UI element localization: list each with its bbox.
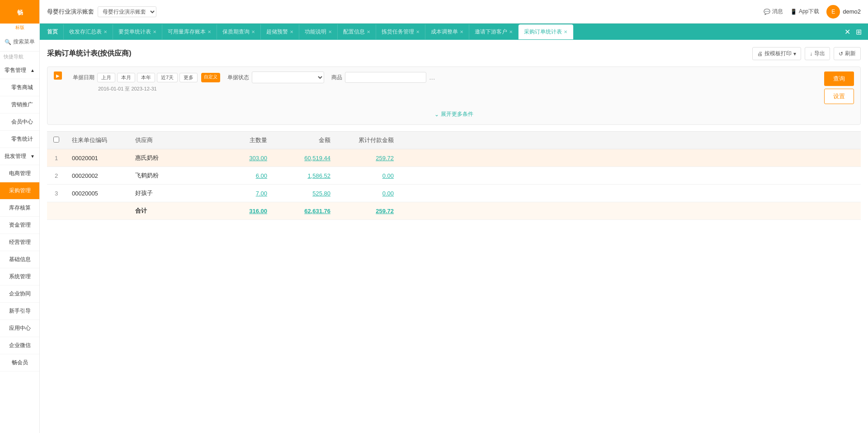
user-profile[interactable]: E demo2 — [826, 5, 861, 19]
tab-requisition-summary-close[interactable]: ✕ — [153, 29, 156, 34]
refresh-button[interactable]: ↺ 刷新 — [834, 47, 861, 60]
tab-pick-task[interactable]: 拣货任务管理 ✕ — [376, 24, 425, 39]
table-row[interactable]: 1 00020001 惠氏奶粉 303.00 60,519.44 259.72 — [47, 149, 861, 167]
sidebar: 畅 标版 🔍 搜索菜单 快捷导航 零售管理 ▲ 零售商城 营销推广 会员中心 零… — [0, 0, 40, 433]
row-3-qty[interactable]: 7.00 — [219, 185, 274, 202]
sidebar-item-retail-stats-label: 零售统计 — [11, 135, 33, 143]
row-1-qty[interactable]: 303.00 — [219, 149, 274, 167]
export-button[interactable]: ↓ 导出 — [805, 47, 830, 60]
workspace-label: 母婴行业演示账套 — [47, 8, 94, 16]
row-1-paid[interactable]: 259.72 — [337, 149, 400, 167]
tab-purchase-summary[interactable]: 采购订单统计表 ✕ — [519, 24, 573, 39]
tab-function-desc[interactable]: 功能说明 ✕ — [299, 24, 338, 39]
tab-purchase-summary-label: 采购订单统计表 — [524, 28, 562, 36]
sidebar-item-retail-stats[interactable]: 零售统计 — [0, 131, 39, 148]
tab-shelf-life[interactable]: 保质期查询 ✕ — [217, 24, 261, 39]
tab-cost-adjust-close[interactable]: ✕ — [460, 29, 463, 34]
sidebar-item-retail-shop[interactable]: 零售商城 — [0, 79, 39, 96]
settings-button[interactable]: 设置 — [824, 89, 854, 104]
footer-label: 合计 — [129, 202, 219, 220]
sidebar-item-guide[interactable]: 新手引导 — [0, 303, 39, 320]
sidebar-item-wechat[interactable]: 企业微信 — [0, 337, 39, 354]
row-3-paid[interactable]: 0.00 — [337, 185, 400, 202]
sidebar-item-collab[interactable]: 企业协同 — [0, 285, 39, 303]
tab-invite-downstream[interactable]: 邀请下游客户 ✕ — [469, 24, 519, 39]
row-2-qty[interactable]: 6.00 — [219, 167, 274, 185]
tab-requisition-summary[interactable]: 要货单统计表 ✕ — [113, 24, 162, 39]
expand-more-button[interactable]: ⌄ 展开更多条件 — [431, 109, 477, 120]
filter-goods-input[interactable] — [345, 72, 426, 83]
sidebar-item-finance[interactable]: 资金管理 — [0, 217, 39, 234]
row-2-amount[interactable]: 1,586.52 — [274, 167, 337, 185]
search-menu-button[interactable]: 🔍 搜索菜单 — [3, 36, 37, 48]
date-btn-this-month[interactable]: 本月 — [117, 73, 135, 82]
tab-home-label: 首页 — [47, 28, 58, 36]
sidebar-item-operations-label: 经营管理 — [9, 238, 31, 246]
sidebar-item-marketing[interactable]: 营销推广 — [0, 96, 39, 114]
row-3-amount[interactable]: 525.80 — [274, 185, 337, 202]
tab-overstock-warning[interactable]: 超储预警 ✕ — [261, 24, 299, 39]
tab-config-info[interactable]: 配置信息 ✕ — [338, 24, 376, 39]
sidebar-item-inventory[interactable]: 库存核算 — [0, 200, 39, 217]
app-download-label: App下载 — [799, 8, 819, 15]
sidebar-item-members-label: 会员中心 — [11, 118, 33, 126]
tab-config-info-close[interactable]: ✕ — [367, 29, 370, 34]
tab-available-stock-close[interactable]: ✕ — [208, 29, 211, 34]
date-btn-7days[interactable]: 近7天 — [157, 73, 178, 82]
sidebar-item-basics[interactable]: 基础信息 — [0, 251, 39, 268]
sidebar-item-retail[interactable]: 零售管理 ▲ — [0, 62, 39, 79]
search-icon: 🔍 — [5, 39, 11, 45]
tab-cost-adjust[interactable]: 成本调整单 ✕ — [425, 24, 469, 39]
tab-close-all-button[interactable]: ✕ — [843, 26, 852, 38]
tab-overstock-warning-close[interactable]: ✕ — [290, 29, 293, 34]
row-3-check: 3 — [47, 185, 66, 202]
row-3-code: 00020005 — [66, 185, 129, 202]
row-2-paid[interactable]: 0.00 — [337, 167, 400, 185]
tab-invite-downstream-close[interactable]: ✕ — [509, 29, 513, 34]
filter-date-label: 单据日期 — [73, 74, 94, 81]
expand-more-row: ⌄ 展开更多条件 — [54, 109, 854, 120]
sidebar-item-app-center[interactable]: 应用中心 — [0, 320, 39, 337]
date-btn-last-month[interactable]: 上月 — [97, 73, 115, 82]
filter-status-select[interactable] — [252, 71, 324, 83]
row-1-supplier: 惠氏奶粉 — [129, 149, 219, 167]
tab-available-stock[interactable]: 可用量库存账本 ✕ — [162, 24, 217, 39]
date-btn-this-year[interactable]: 本年 — [137, 73, 155, 82]
filter-goods-more-icon[interactable]: ... — [429, 73, 435, 81]
tab-purchase-summary-close[interactable]: ✕ — [564, 29, 567, 34]
sidebar-item-ecommerce[interactable]: 电商管理 — [0, 165, 39, 182]
data-table: 往来单位编码 供应商 主数量 金额 累计付款金额 1 00020001 惠氏奶粉… — [47, 131, 861, 220]
date-btn-more[interactable]: 更多 — [179, 73, 198, 82]
refresh-icon: ↺ — [839, 51, 843, 57]
query-button[interactable]: 查询 — [824, 71, 854, 86]
tab-receive-summary[interactable]: 收发存汇总表 ✕ — [64, 24, 113, 39]
table-row[interactable]: 3 00020005 好孩子 7.00 525.80 0.00 — [47, 185, 861, 202]
message-icon: 💬 — [764, 9, 770, 15]
message-button[interactable]: 💬 消息 — [764, 8, 783, 15]
date-range-text: 2016-01-01 至 2023-12-31 — [98, 86, 157, 91]
filter-expand-toggle[interactable]: ▶ — [54, 71, 62, 80]
sidebar-item-purchase[interactable]: 采购管理 — [0, 182, 39, 200]
sidebar-item-members[interactable]: 会员中心 — [0, 114, 39, 131]
tab-shelf-life-close[interactable]: ✕ — [251, 29, 255, 34]
app-download-button[interactable]: 📱 App下载 — [790, 8, 819, 15]
sidebar-item-system[interactable]: 系统管理 — [0, 268, 39, 285]
table-row[interactable]: 2 00020002 飞鹤奶粉 6.00 1,586.52 0.00 — [47, 167, 861, 185]
row-1-amount[interactable]: 60,519.44 — [274, 149, 337, 167]
tab-requisition-summary-label: 要货单统计表 — [118, 28, 151, 36]
tab-function-desc-close[interactable]: ✕ — [328, 29, 332, 34]
tab-overstock-warning-label: 超储预警 — [266, 28, 288, 36]
tab-fullscreen-button[interactable]: ⊞ — [854, 26, 863, 38]
tab-receive-summary-close[interactable]: ✕ — [104, 29, 107, 34]
sidebar-item-member[interactable]: 畅会员 — [0, 354, 39, 371]
tab-pick-task-close[interactable]: ✕ — [416, 29, 420, 34]
sidebar-item-wholesale[interactable]: 批发管理 ▼ — [0, 148, 39, 165]
tab-home[interactable]: 首页 — [42, 24, 64, 39]
workspace-select[interactable]: 母婴行业演示账套 — [98, 6, 156, 17]
sidebar-item-operations[interactable]: 经营管理 — [0, 234, 39, 251]
print-button[interactable]: 🖨 按模板打印 ▾ — [752, 47, 801, 60]
main-area: 母婴行业演示账套 母婴行业演示账套 💬 消息 📱 App下载 E demo2 — [40, 0, 868, 433]
select-all-checkbox[interactable] — [53, 137, 59, 143]
search-menu-label: 搜索菜单 — [13, 38, 35, 46]
row-2-code: 00020002 — [66, 167, 129, 185]
